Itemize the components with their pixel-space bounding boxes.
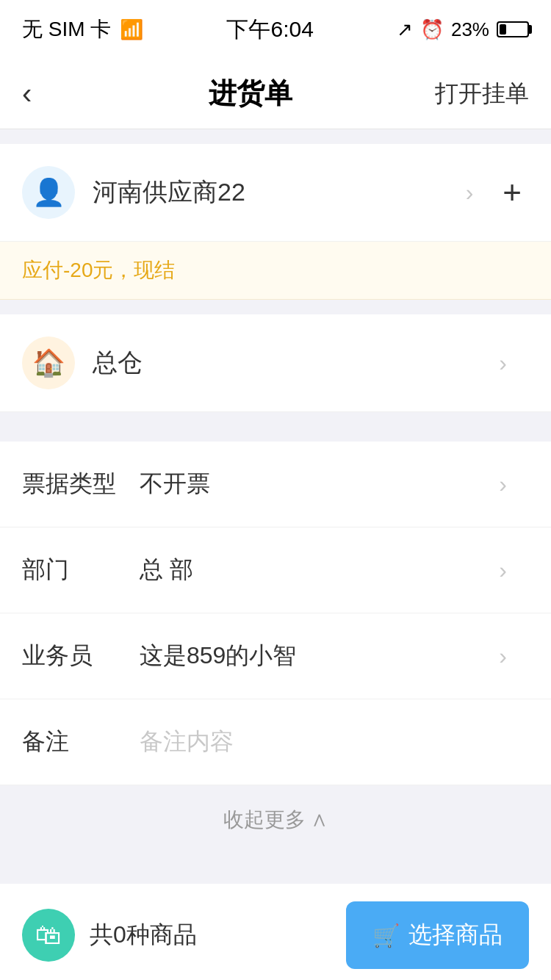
select-goods-label: 选择商品 [408, 919, 503, 951]
status-bar: 无 SIM 卡 📶 下午6:04 ↗ ⏰ 23% [0, 0, 551, 59]
goods-icon-wrap: 🛍 [22, 909, 75, 962]
location-icon: ↗ [397, 18, 413, 41]
chevron-right-icon: › [499, 643, 507, 670]
wifi-icon: 📶 [120, 18, 143, 41]
warehouse-name: 总仓 [93, 346, 499, 380]
collapse-label: 收起更多 ∧ [223, 806, 328, 834]
invoice-type-row[interactable]: 票据类型 不开票 › [0, 442, 551, 527]
payment-notice: 应付-20元，现结 [0, 242, 551, 300]
salesperson-row[interactable]: 业务员 这是859的小智 › [0, 613, 551, 699]
warehouse-row[interactable]: 🏠 总仓 › [0, 314, 551, 412]
goods-bag-icon: 🛍 [35, 920, 62, 951]
battery-fill [500, 24, 506, 35]
battery-bar [497, 21, 529, 37]
open-pending-button[interactable]: 打开挂单 [435, 78, 529, 110]
supplier-card: 👤 河南供应商22 › + 应付-20元，现结 [0, 144, 551, 300]
invoice-type-label: 票据类型 [22, 468, 125, 500]
section-divider-1 [0, 300, 551, 314]
alarm-icon: ⏰ [420, 18, 444, 41]
avatar: 👤 [22, 166, 75, 219]
invoice-type-value: 不开票 [125, 468, 499, 500]
form-section: 票据类型 不开票 › 部门 总 部 › 业务员 这是859的小智 › 备注 备注… [0, 442, 551, 785]
status-time: 下午6:04 [226, 15, 313, 45]
chevron-right-icon: › [499, 471, 507, 498]
chevron-right-icon: › [499, 350, 507, 377]
page-title: 进货单 [209, 75, 292, 112]
remark-input[interactable]: 备注内容 [125, 726, 529, 758]
warehouse-card: 🏠 总仓 › [0, 314, 551, 412]
network-label: 无 SIM 卡 [22, 15, 111, 43]
goods-count: 共0种商品 [90, 919, 346, 951]
chevron-right-icon: › [499, 557, 507, 584]
department-label: 部门 [22, 554, 125, 586]
chevron-right-icon: › [466, 179, 474, 206]
remark-label: 备注 [22, 726, 125, 758]
battery-percent: 23% [451, 18, 489, 41]
status-left: 无 SIM 卡 📶 [22, 15, 143, 43]
nav-bar: ‹ 进货单 打开挂单 [0, 59, 551, 129]
supplier-row[interactable]: 👤 河南供应商22 › + [0, 144, 551, 242]
bottom-bar: 🛍 共0种商品 🛒 选择商品 [0, 884, 551, 980]
cart-icon: 🛒 [372, 923, 400, 948]
collapse-row[interactable]: 收起更多 ∧ [0, 785, 551, 854]
select-goods-button[interactable]: 🛒 选择商品 [346, 901, 529, 969]
section-divider-3 [0, 854, 551, 869]
salesperson-value: 这是859的小智 [125, 640, 499, 672]
salesperson-label: 业务员 [22, 640, 125, 672]
add-button[interactable]: + [495, 174, 529, 211]
department-row[interactable]: 部门 总 部 › [0, 527, 551, 613]
warehouse-icon: 🏠 [22, 336, 75, 389]
top-divider [0, 129, 551, 144]
supplier-name: 河南供应商22 [93, 176, 466, 209]
remark-row[interactable]: 备注 备注内容 [0, 699, 551, 785]
department-value: 总 部 [125, 554, 499, 586]
status-right: ↗ ⏰ 23% [397, 18, 529, 41]
back-button[interactable]: ‹ [22, 77, 66, 110]
section-divider-2 [0, 412, 551, 427]
person-icon: 👤 [32, 177, 65, 208]
